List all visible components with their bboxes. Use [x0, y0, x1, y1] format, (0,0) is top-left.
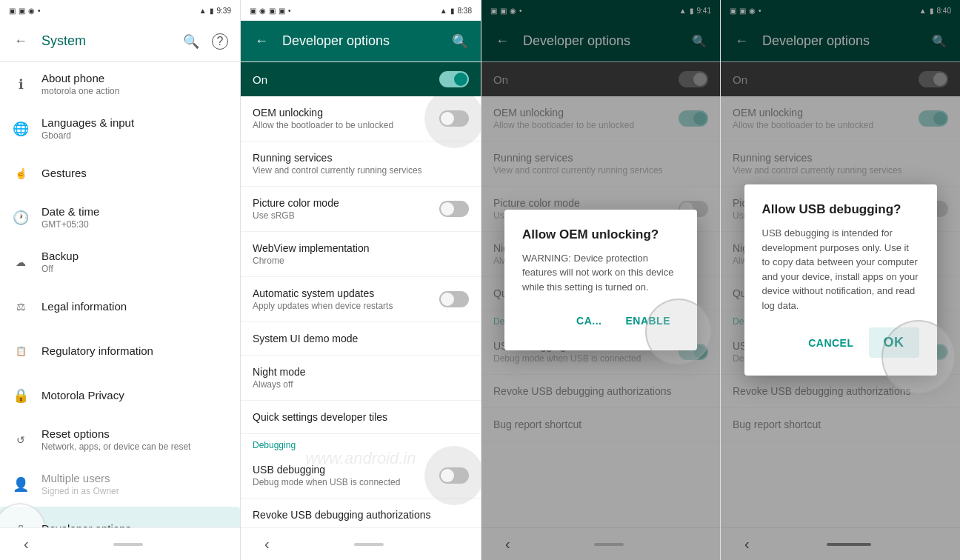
time-m: 8:38 — [458, 7, 472, 15]
datetime-title: Date & time — [41, 205, 228, 218]
system-panel: ▣ ▣ ◉ • ▲ ▮ 9:39 ← System 🔍 ? ℹ About ph… — [0, 0, 241, 560]
reset-subtitle: Network, apps, or device can be reset — [41, 441, 228, 452]
settings-item-regulatory[interactable]: 📋 Regulatory information — [0, 329, 240, 373]
regulatory-title: Regulatory information — [41, 344, 228, 357]
system-settings-list: ℹ About phone motorola one action 🌐 Lang… — [0, 62, 240, 527]
settings-item-gestures[interactable]: ☝ Gestures — [0, 151, 240, 196]
developer-title: Developer options — [41, 522, 228, 527]
usb-dialog-title: Allow USB debugging? — [762, 202, 919, 217]
settings-item-about[interactable]: ℹ About phone motorola one action — [0, 62, 240, 107]
usb-title-m: USB debugging — [253, 464, 439, 476]
status-right-1: ▲ ▮ 9:39 — [199, 7, 231, 15]
night-title-m: Night mode — [253, 366, 469, 378]
dev-title-middle: Developer options — [282, 33, 439, 49]
languages-title: Languages & input — [41, 116, 228, 129]
dev-on-header-middle: On — [241, 62, 481, 96]
gestures-icon: ☝ — [12, 164, 30, 182]
backup-icon: ☁ — [12, 253, 30, 271]
users-subtitle: Signed in as Owner — [41, 486, 228, 496]
notification-icon-1: ▣ — [9, 7, 16, 15]
notification-icon-3: ◉ — [28, 7, 35, 15]
settings-item-privacy[interactable]: 🔒 Motorola Privacy — [0, 373, 240, 418]
system-title: System — [41, 33, 170, 49]
night-sub-m: Always off — [253, 379, 469, 390]
backup-subtitle: Off — [41, 264, 228, 274]
dev-item-autoupdate-middle[interactable]: Automatic system updates Apply updates w… — [241, 277, 481, 322]
oem-toggle-m[interactable] — [439, 110, 469, 127]
languages-subtitle: Gboard — [41, 130, 228, 141]
webview-title-m: WebView implementation — [253, 242, 469, 254]
oem-dialog-overlay: Allow OEM unlocking? WARNING: Device pro… — [481, 0, 720, 560]
settings-item-developer[interactable]: {} Developer options — [0, 507, 240, 527]
privacy-icon: 🔒 — [12, 387, 30, 404]
reset-title: Reset options — [41, 427, 228, 440]
settings-item-users[interactable]: 👤 Multiple users Signed in as Owner — [0, 462, 240, 507]
autoupdate-toggle-m[interactable] — [439, 291, 469, 307]
settings-item-backup[interactable]: ☁ Backup Off — [0, 240, 240, 284]
oem-dialog-body: WARNING: Device protection features will… — [522, 251, 679, 295]
search-btn-dev-middle[interactable]: 🔍 — [451, 33, 469, 50]
oem-cancel-button[interactable]: Ca... — [567, 309, 610, 333]
oem-dialog: Allow OEM unlocking? WARNING: Device pro… — [504, 210, 697, 351]
revoke-title-m: Revoke USB debugging authorizations — [253, 509, 469, 521]
datetime-subtitle: GMT+05:30 — [41, 219, 228, 230]
autoupdate-sub-m: Apply updates when device restarts — [253, 301, 439, 311]
status-bar-2: ▣ ◉ ▣ ▣ • ▲ ▮ 8:38 — [241, 0, 481, 21]
dev-item-oem-middle[interactable]: OEM unlocking Allow the bootloader to be… — [241, 96, 481, 141]
time-1: 9:39 — [217, 7, 231, 15]
nav-indicator-1 — [113, 543, 143, 546]
dev-item-usb-middle[interactable]: USB debugging Debug mode when USB is con… — [241, 453, 481, 499]
usb-cancel-button[interactable]: Cancel — [799, 327, 862, 358]
dev-item-night-middle[interactable]: Night mode Always off — [241, 356, 481, 401]
settings-item-datetime[interactable]: 🕐 Date & time GMT+05:30 — [0, 196, 240, 240]
notif-m1: ▣ — [250, 7, 256, 15]
nav-back-btn-2[interactable]: ‹ — [259, 530, 276, 559]
autoupdate-title-m: Automatic system updates — [253, 287, 439, 299]
back-button-system[interactable]: ← — [12, 33, 30, 50]
demo-title-m: System UI demo mode — [253, 333, 469, 344]
qs-title-m: Quick settings developer tiles — [253, 411, 469, 423]
status-bar-1: ▣ ▣ ◉ • ▲ ▮ 9:39 — [0, 0, 240, 21]
about-icon: ℹ — [12, 76, 30, 93]
notif-m2: ◉ — [259, 7, 266, 15]
app-bar-system: ← System 🔍 ? — [0, 21, 240, 62]
languages-icon: 🌐 — [12, 120, 30, 138]
dev-item-running-middle[interactable]: Running services View and control curren… — [241, 141, 481, 187]
search-button-system[interactable]: 🔍 — [182, 33, 200, 50]
nav-indicator-2 — [354, 543, 384, 546]
dev-on-label-middle: On — [253, 73, 267, 86]
notif-m5: • — [288, 7, 291, 15]
privacy-title: Motorola Privacy — [41, 389, 228, 401]
picture-sub-m: Use sRGB — [253, 210, 439, 221]
running-sub-m: View and control currently running servi… — [253, 165, 469, 176]
usb-toggle-m[interactable] — [439, 467, 469, 484]
users-title: Multiple users — [41, 472, 228, 484]
developer-panel-middle: ▣ ◉ ▣ ▣ • ▲ ▮ 8:38 ← Developer options 🔍… — [241, 0, 481, 560]
wifi-icon-1: ▲ — [199, 7, 207, 15]
running-title-m: Running services — [253, 152, 469, 164]
dev-on-toggle-middle[interactable] — [439, 71, 469, 87]
usb-dialog: Allow USB debugging? USB debugging is in… — [744, 184, 937, 376]
oem-dialog-title: Allow OEM unlocking? — [522, 227, 679, 242]
nav-back-btn-1[interactable]: ‹ — [18, 530, 35, 559]
wifi-m: ▲ — [440, 7, 447, 15]
settings-item-languages[interactable]: 🌐 Languages & input Gboard — [0, 107, 240, 151]
bottom-nav-1: ‹ — [0, 527, 240, 560]
back-btn-dev-middle[interactable]: ← — [253, 33, 270, 50]
about-subtitle: motorola one action — [41, 86, 228, 96]
legal-icon: ⚖ — [12, 298, 30, 316]
help-button-system[interactable]: ? — [212, 33, 228, 50]
settings-item-reset[interactable]: ↺ Reset options Network, apps, or device… — [0, 418, 240, 462]
gestures-title: Gestures — [41, 167, 228, 179]
picture-toggle-m[interactable] — [439, 201, 469, 217]
dev-item-demo-middle[interactable]: System UI demo mode — [241, 322, 481, 356]
backup-title: Backup — [41, 250, 228, 262]
dev-item-webview-middle[interactable]: WebView implementation Chrome — [241, 232, 481, 277]
picture-title-m: Picture color mode — [253, 197, 439, 209]
bottom-nav-2: ‹ — [241, 527, 481, 560]
battery-m: ▮ — [450, 7, 455, 15]
dev-item-qs-middle[interactable]: Quick settings developer tiles — [241, 401, 481, 434]
dev-item-picture-middle[interactable]: Picture color mode Use sRGB — [241, 187, 481, 232]
settings-item-legal[interactable]: ⚖ Legal information — [0, 284, 240, 329]
about-title: About phone — [41, 72, 228, 84]
